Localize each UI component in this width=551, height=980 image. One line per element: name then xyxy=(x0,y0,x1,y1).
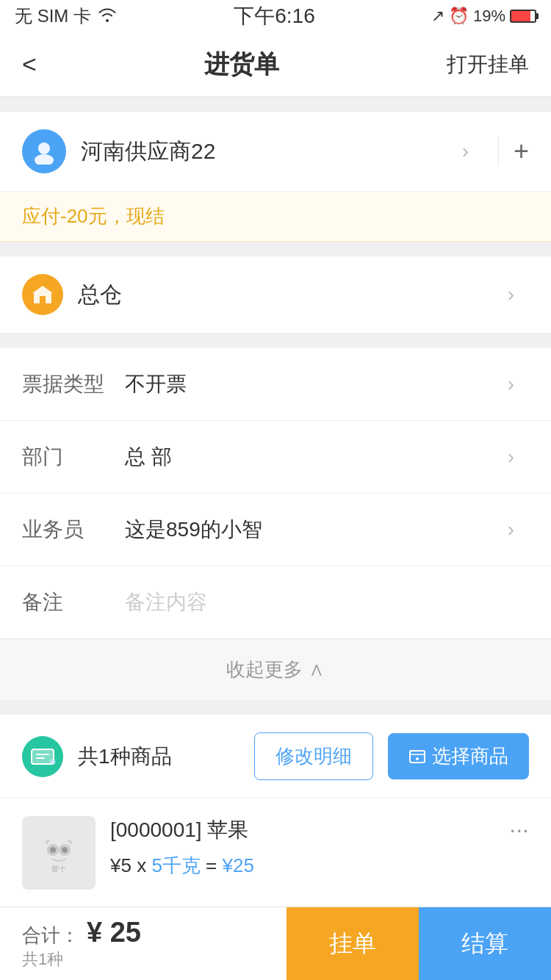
total-label: 合计： xyxy=(22,923,79,948)
status-bar: 无 SIM 卡 下午6:16 ↗ ⏰ 19% xyxy=(0,0,551,32)
gap-2 xyxy=(0,242,551,256)
status-left: 无 SIM 卡 xyxy=(15,4,118,28)
battery-icon xyxy=(510,10,536,23)
invoice-type-row[interactable]: 票据类型 不开票 › xyxy=(0,347,551,420)
product-thumbnail: 督十 xyxy=(22,816,96,890)
department-label: 部门 xyxy=(22,443,110,471)
department-value: 总 部 xyxy=(125,443,508,471)
product-header: 共1种商品 修改明细 选择商品 xyxy=(0,715,551,798)
svg-point-1 xyxy=(35,154,54,165)
svg-rect-12 xyxy=(410,751,425,763)
warehouse-row[interactable]: 总仓 › xyxy=(0,256,551,333)
product-title: 苹果 xyxy=(207,818,248,841)
product-item: 督十 [0000001] 苹果 ¥5 x 5千克 = ¥25 ··· xyxy=(0,798,551,907)
remark-label: 备注 xyxy=(22,588,110,616)
svg-marker-3 xyxy=(32,286,53,293)
svg-rect-4 xyxy=(40,296,46,303)
supplier-name: 河南供应商22 xyxy=(81,137,462,167)
status-time: 下午6:16 xyxy=(234,2,315,30)
remark-placeholder[interactable]: 备注内容 xyxy=(125,588,529,616)
collapse-button[interactable]: 收起更多 ∧ xyxy=(0,638,551,700)
gap-3 xyxy=(0,333,551,347)
nav-bar: < 进货单 打开挂单 xyxy=(0,32,551,97)
svg-point-18 xyxy=(62,847,68,853)
status-right: ↗ ⏰ 19% xyxy=(431,7,536,26)
svg-rect-7 xyxy=(36,754,49,755)
product-price-row: ¥5 x 5千克 = ¥25 xyxy=(110,853,494,879)
page-title: 进货单 xyxy=(204,48,279,82)
gap-1 xyxy=(0,97,551,112)
alarm-icon: ⏰ xyxy=(449,7,469,26)
warehouse-icon xyxy=(22,274,63,315)
product-info: [0000001] 苹果 ¥5 x 5千克 = ¥25 xyxy=(110,816,494,879)
form-section: 票据类型 不开票 › 部门 总 部 › 业务员 这是859的小智 › 备注 备注… xyxy=(0,347,551,700)
select-product-label: 选择商品 xyxy=(432,743,508,769)
total-amount: ¥ 25 xyxy=(87,917,141,948)
more-button[interactable]: ··· xyxy=(509,816,529,843)
notice-text: 应付-20元，现结 xyxy=(22,205,165,227)
department-chevron-icon: › xyxy=(508,445,514,469)
invoice-type-label: 票据类型 xyxy=(22,370,110,398)
remark-row[interactable]: 备注 备注内容 xyxy=(0,566,551,638)
select-product-button[interactable]: 选择商品 xyxy=(388,733,529,779)
supplier-row[interactable]: 河南供应商22 › + xyxy=(0,112,551,192)
svg-point-17 xyxy=(50,847,56,853)
svg-point-0 xyxy=(38,143,50,154)
total-row: 合计： ¥ 25 xyxy=(22,917,264,948)
add-supplier-button[interactable]: + xyxy=(514,136,529,167)
carrier-text: 无 SIM 卡 xyxy=(15,4,91,28)
battery-text: 19% xyxy=(473,7,505,26)
product-name: [0000001] 苹果 xyxy=(110,816,494,844)
open-pending-button[interactable]: 打开挂单 xyxy=(447,51,529,79)
hang-button[interactable]: 挂单 xyxy=(287,907,419,980)
total-sub: 共1种 xyxy=(22,948,264,970)
bottom-bar: 合计： ¥ 25 共1种 挂单 结算 xyxy=(0,907,551,980)
owl-logo-icon: 督十 xyxy=(37,831,81,875)
product-section: 共1种商品 修改明细 选择商品 xyxy=(0,715,551,907)
location-icon: ↗ xyxy=(431,7,444,26)
notice-bar: 应付-20元，现结 xyxy=(0,192,551,242)
svg-text:督十: 督十 xyxy=(51,865,66,873)
vertical-divider xyxy=(498,137,499,166)
total-area: 合计： ¥ 25 共1种 xyxy=(0,907,287,980)
checkout-button[interactable]: 结算 xyxy=(419,907,551,980)
product-count-icon xyxy=(22,736,63,777)
invoice-type-value: 不开票 xyxy=(125,370,508,398)
equals-sign: = xyxy=(206,854,222,876)
svg-rect-8 xyxy=(36,757,45,759)
product-code: [0000001] xyxy=(110,818,207,841)
salesman-chevron-icon: › xyxy=(508,518,514,541)
quantity: 5千克 xyxy=(151,854,200,876)
supplier-section: 河南供应商22 › + 应付-20元，现结 xyxy=(0,112,551,242)
warehouse-chevron-icon: › xyxy=(508,283,514,306)
invoice-type-chevron-icon: › xyxy=(508,372,514,396)
gap-4 xyxy=(0,700,551,715)
product-count-text: 共1种商品 xyxy=(78,743,240,771)
department-row[interactable]: 部门 总 部 › xyxy=(0,420,551,493)
total-price: ¥25 xyxy=(223,854,254,876)
salesman-label: 业务员 xyxy=(22,516,110,544)
edit-detail-button[interactable]: 修改明细 xyxy=(254,732,373,780)
unit-price: ¥5 x xyxy=(110,854,151,876)
collapse-label: 收起更多 ∧ xyxy=(226,658,324,680)
supplier-avatar xyxy=(22,129,66,173)
back-button[interactable]: < xyxy=(22,50,37,79)
salesman-row[interactable]: 业务员 这是859的小智 › xyxy=(0,493,551,566)
supplier-chevron-icon: › xyxy=(462,140,469,163)
warehouse-section: 总仓 › xyxy=(0,256,551,333)
salesman-value: 这是859的小智 xyxy=(125,516,508,544)
wifi-icon xyxy=(97,6,118,26)
warehouse-name: 总仓 xyxy=(78,280,508,310)
